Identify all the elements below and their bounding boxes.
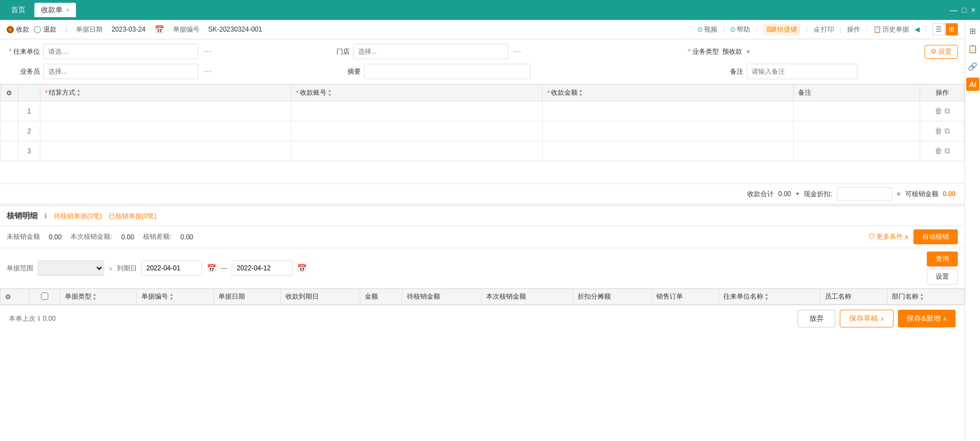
vcol-gear[interactable]: ⚙ bbox=[1, 289, 29, 305]
total-label: 收款合计 bbox=[747, 189, 774, 199]
row-amount-2[interactable] bbox=[543, 121, 794, 141]
pending-tab[interactable]: 待核销单据(0笔) bbox=[54, 212, 102, 221]
row-account-3[interactable] bbox=[292, 141, 543, 161]
discount-input[interactable] bbox=[837, 187, 892, 201]
close-tab-icon[interactable]: × bbox=[66, 7, 69, 13]
no-label: 单据编号 bbox=[173, 25, 200, 34]
bottom-actions: 放弃 保存草稿 ∧ 保存&新增 ∧ bbox=[798, 310, 956, 327]
receipt-tab[interactable]: 收款单 × bbox=[34, 3, 76, 17]
receipt-table: ⚙ * 结算方式 ▲▼ * 收款账号 ▲▼ bbox=[0, 84, 964, 161]
copy-row-1-btn[interactable]: ⧉ bbox=[945, 106, 950, 116]
row-settle-2[interactable] bbox=[40, 121, 292, 141]
filter-range-select[interactable] bbox=[38, 260, 104, 276]
prev-info-icon[interactable]: ℹ bbox=[38, 315, 40, 322]
shortcut-btn[interactable]: ⌨ 快捷键 bbox=[763, 24, 800, 35]
no-value: SK-20230324-001 bbox=[208, 25, 262, 33]
toolbar-right: ⊙ 视频 | ⊙ 帮助 | ⌨ 快捷键 | 🖨 打印 | 操作 | bbox=[697, 23, 958, 35]
partner-input[interactable] bbox=[43, 44, 198, 59]
history-btn[interactable]: 📋 历史单据 bbox=[873, 25, 909, 34]
verify-table: ⚙ 单据类型 ▲▼ 单据编号 ▲▼ bbox=[0, 289, 964, 305]
delete-row-2-btn[interactable]: 🗑 bbox=[935, 126, 942, 136]
staff-more-btn[interactable]: ··· bbox=[202, 67, 213, 76]
row-amount-1[interactable] bbox=[543, 101, 794, 121]
row-remark-3[interactable] bbox=[794, 141, 920, 161]
print-btn[interactable]: 🖨 打印 bbox=[813, 25, 834, 34]
biz-type-arrow[interactable]: ▼ bbox=[746, 49, 751, 55]
summary-input[interactable] bbox=[364, 64, 530, 79]
window-close-btn[interactable]: × bbox=[971, 6, 976, 14]
ops-btn[interactable]: 操作 bbox=[847, 25, 860, 34]
sidebar-doc-icon[interactable]: 📋 bbox=[966, 42, 979, 55]
partner-field: * 往来单位 ··· bbox=[7, 44, 305, 59]
save-new-btn[interactable]: 保存&新增 ∧ bbox=[898, 310, 956, 327]
due-date-to[interactable] bbox=[232, 260, 293, 276]
col-no-header bbox=[18, 85, 40, 101]
radio-refund-input[interactable] bbox=[34, 26, 41, 33]
row-remark-1[interactable] bbox=[794, 101, 920, 121]
view-toggle: ☰ ⊞ bbox=[932, 23, 958, 35]
video-btn[interactable]: ⊙ 视频 bbox=[697, 25, 717, 34]
row-settle-1[interactable] bbox=[40, 101, 292, 121]
verify-setting-btn[interactable]: 设置 bbox=[927, 269, 958, 285]
remark-label: 备注 bbox=[710, 67, 743, 76]
delete-row-3-btn[interactable]: 🗑 bbox=[935, 146, 942, 156]
setting-btn[interactable]: ⚙ 设置 bbox=[925, 45, 958, 59]
form-row-1: * 往来单位 ··· 门店 ··· * 业务类型 预收款 ▼ bbox=[7, 44, 958, 59]
delete-row-1-btn[interactable]: 🗑 bbox=[935, 106, 942, 116]
verify-info-icon[interactable]: ℹ bbox=[44, 212, 47, 220]
verify-toolbar: 单据范围 ∨ 到期日 📅 — 📅 查询 设置 bbox=[0, 248, 964, 289]
copy-row-2-btn[interactable]: ⧉ bbox=[945, 126, 950, 136]
row-settle-3[interactable] bbox=[40, 141, 292, 161]
remark-input[interactable] bbox=[747, 64, 858, 79]
to-calendar-icon[interactable]: 📅 bbox=[297, 264, 307, 273]
window-max-btn[interactable]: □ bbox=[962, 6, 966, 14]
radio-refund[interactable]: 退款 bbox=[34, 25, 57, 34]
diff-val: 0.00 bbox=[180, 233, 193, 241]
filter-range-arrow[interactable]: ∨ bbox=[109, 265, 113, 271]
grid-view-btn[interactable]: ⊞ bbox=[946, 23, 958, 35]
help-btn[interactable]: ⊙ 帮助 bbox=[730, 25, 750, 34]
home-tab[interactable]: 首页 bbox=[4, 3, 32, 17]
sidebar-ai-icon[interactable]: Ai bbox=[966, 78, 979, 91]
date-sep: — bbox=[221, 264, 227, 272]
from-calendar-icon[interactable]: 📅 bbox=[207, 264, 216, 273]
sidebar-link-icon[interactable]: 🔗 bbox=[966, 60, 979, 73]
discard-btn[interactable]: 放弃 bbox=[798, 310, 835, 327]
col-amount-header: * 收款金额 ▲▼ bbox=[543, 85, 794, 101]
partner-more-btn[interactable]: ··· bbox=[202, 47, 213, 56]
vcol-pending: 待核销金额 bbox=[402, 289, 481, 305]
radio-receive[interactable]: 收款 bbox=[7, 25, 29, 34]
prev-val: 0.00 bbox=[43, 315, 55, 322]
filter-range-label: 单据范围 bbox=[7, 264, 33, 273]
list-view-btn[interactable]: ☰ bbox=[932, 23, 945, 35]
table-row: 1 🗑 ⧉ bbox=[1, 101, 964, 121]
row-amount-3[interactable] bbox=[543, 141, 794, 161]
calendar-icon[interactable]: 📅 bbox=[155, 25, 164, 34]
col-gear[interactable]: ⚙ bbox=[1, 85, 18, 101]
window-min-btn[interactable]: — bbox=[950, 6, 957, 14]
current-label: 本次核销金额: bbox=[70, 232, 112, 242]
done-tab[interactable]: 已核销单据(0笔) bbox=[109, 212, 157, 221]
copy-row-3-btn[interactable]: ⧉ bbox=[945, 146, 950, 156]
prev-btn[interactable]: ◀ bbox=[915, 25, 920, 33]
save-draft-btn[interactable]: 保存草稿 ∧ bbox=[840, 310, 894, 327]
staff-input[interactable] bbox=[43, 64, 198, 79]
query-btn[interactable]: 查询 bbox=[927, 252, 958, 266]
row-account-1[interactable] bbox=[292, 101, 543, 121]
table-row: 2 🗑 ⧉ bbox=[1, 121, 964, 141]
select-all-checkbox[interactable] bbox=[41, 293, 48, 300]
shop-more-btn[interactable]: ··· bbox=[512, 47, 523, 56]
sidebar-table-icon[interactable]: ⊞ bbox=[966, 24, 979, 38]
vcol-checkbox[interactable] bbox=[29, 289, 60, 305]
auto-verify-btn[interactable]: 自动核销 bbox=[913, 229, 958, 244]
row-remark-2[interactable] bbox=[794, 121, 920, 141]
vcol-type: 单据类型 ▲▼ bbox=[60, 289, 137, 305]
more-filter-btn[interactable]: ⛉ 更多条件 ∧ bbox=[869, 232, 909, 242]
shop-input[interactable] bbox=[353, 44, 508, 59]
due-date-from[interactable] bbox=[141, 260, 202, 276]
staff-label: 业务员 bbox=[7, 67, 40, 76]
net-label: 可核销金额 bbox=[905, 189, 938, 199]
staff-field: 业务员 ··· bbox=[7, 64, 317, 79]
row-account-2[interactable] bbox=[292, 121, 543, 141]
radio-receive-input[interactable] bbox=[7, 26, 14, 33]
